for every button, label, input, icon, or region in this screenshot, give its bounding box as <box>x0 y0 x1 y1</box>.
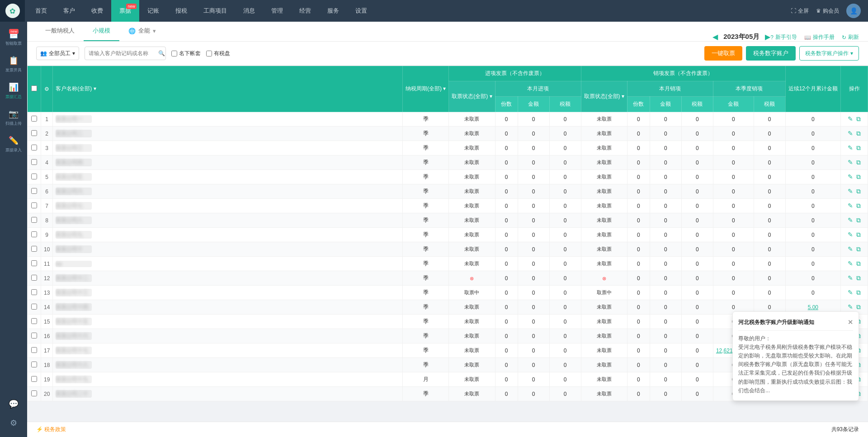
user-avatar[interactable]: 👤 <box>846 4 861 18</box>
out-status-cell: ⊗ <box>581 271 627 286</box>
edit-button[interactable]: ✎ <box>848 303 853 310</box>
sidebar-item-smart-ticket[interactable]: 📄 new 智能取票 <box>1 25 26 50</box>
row-checkbox[interactable] <box>31 202 37 208</box>
prev-month-button[interactable]: ◀ <box>712 33 718 41</box>
manual-button[interactable]: 📖 操作手册 <box>804 33 835 41</box>
copy-button[interactable]: ⧉ <box>856 303 861 310</box>
copy-button[interactable]: ⧉ <box>856 144 861 151</box>
row-checkbox[interactable] <box>31 318 37 324</box>
copy-button[interactable]: ⧉ <box>856 130 861 137</box>
tab-all-around[interactable]: 🌐 全能 ▾ <box>119 22 165 41</box>
row-checkbox[interactable] <box>31 217 37 223</box>
out-tax-cell: 0 <box>681 199 713 213</box>
nav-client[interactable]: 客户 <box>55 0 83 22</box>
row-checkbox[interactable] <box>31 275 37 281</box>
row-checkbox[interactable] <box>31 347 37 353</box>
copy-button[interactable]: ⧉ <box>856 216 861 224</box>
copy-button[interactable]: ⧉ <box>856 173 861 180</box>
row-checkbox[interactable] <box>31 333 37 338</box>
row-checkbox[interactable] <box>31 231 37 237</box>
quarter-tax-cell: 0 <box>754 242 785 257</box>
nav-settings[interactable]: 设置 <box>347 0 375 22</box>
nav-accounting[interactable]: 记账 <box>139 0 167 22</box>
quarter-tax-cell: 0 <box>754 184 785 199</box>
row-checkbox[interactable] <box>31 159 37 165</box>
copy-button[interactable]: ⧉ <box>856 202 861 209</box>
edit-button[interactable]: ✎ <box>848 260 853 267</box>
one-key-ticket-button[interactable]: 一键取票 <box>704 46 742 61</box>
edit-button[interactable]: ✎ <box>848 274 853 282</box>
search-input[interactable] <box>89 50 156 56</box>
edit-button[interactable]: ✎ <box>848 289 853 296</box>
tab-general-taxpayer[interactable]: 一般纳税人 <box>36 22 84 41</box>
sidebar-item-scan-upload[interactable]: 📷 扫描上传 <box>1 105 26 130</box>
sidebar-item-config[interactable]: ⚙ <box>1 414 26 432</box>
employee-select[interactable]: 👥 全部员工 ▾ <box>36 47 79 60</box>
copy-button[interactable]: ⧉ <box>856 274 861 282</box>
row-checkbox[interactable] <box>31 188 37 194</box>
nav-tax[interactable]: 报税 <box>167 0 195 22</box>
tab-small-scale[interactable]: 小规模 <box>84 22 119 41</box>
edit-button[interactable]: ✎ <box>848 188 853 195</box>
edit-button[interactable]: ✎ <box>848 159 853 166</box>
row-checkbox[interactable] <box>31 289 37 295</box>
row-checkbox[interactable] <box>31 304 37 310</box>
copy-button[interactable]: ⧉ <box>856 231 861 238</box>
account-checkbox-wrapper[interactable]: 名下帐套 <box>171 50 201 57</box>
tax-digital-account-op-button[interactable]: 税务数字账户操作 ▾ <box>799 46 859 61</box>
row-checkbox[interactable] <box>31 145 37 150</box>
nav-manage[interactable]: 管理 <box>263 0 291 22</box>
sidebar-item-ticket-summary[interactable]: 📊 票据汇总 <box>1 79 26 103</box>
row-checkbox[interactable] <box>31 260 37 266</box>
refresh-button[interactable]: ↻ 刷新 <box>842 33 859 41</box>
copy-button[interactable]: ⧉ <box>856 260 861 267</box>
tax-disk-checkbox-wrapper[interactable]: 有税盘 <box>206 50 230 57</box>
filter-bar: 👥 全部员工 ▾ 🔍 名下帐套 有税盘 一键取票 税务数字账户 <box>27 42 868 66</box>
sidebar-item-messages[interactable]: 💬 <box>1 395 26 413</box>
in-count-cell: 0 <box>495 127 518 141</box>
row-checkbox-cell <box>28 257 41 271</box>
nav-service[interactable]: 服务 <box>319 0 347 22</box>
in-tax-cell: 0 <box>549 155 581 170</box>
select-all-checkbox[interactable] <box>31 85 37 91</box>
edit-button[interactable]: ✎ <box>848 216 853 224</box>
nav-home[interactable]: 首页 <box>27 0 55 22</box>
tax-policy-link[interactable]: ⚡ 税务政策 <box>36 426 66 433</box>
nav-fee[interactable]: 收费 <box>83 0 111 22</box>
new-guide-button[interactable]: ? 新手引导 <box>770 33 797 41</box>
fullscreen-button[interactable]: ⛶ 全屏 <box>791 7 809 15</box>
edit-button[interactable]: ✎ <box>848 231 853 238</box>
tax-digital-account-button[interactable]: 税务数字账户 <box>746 46 796 61</box>
action-cell: ✎ ⧉ <box>841 127 868 141</box>
row-checkbox[interactable] <box>31 130 37 136</box>
row-checkbox[interactable] <box>31 116 37 122</box>
sidebar-item-invoice-open[interactable]: 📋 发票开具 <box>1 52 26 77</box>
next-month-button[interactable]: ▶ <box>765 33 770 41</box>
member-button[interactable]: ♛ 购会员 <box>816 7 839 15</box>
edit-button[interactable]: ✎ <box>848 202 853 209</box>
edit-button[interactable]: ✎ <box>848 115 853 122</box>
nav-ticket[interactable]: 票据 new <box>111 0 139 22</box>
row-checkbox[interactable] <box>31 362 37 367</box>
row-checkbox[interactable] <box>31 390 37 396</box>
edit-button[interactable]: ✎ <box>848 245 853 253</box>
nav-message[interactable]: 消息 <box>235 0 263 22</box>
search-icon[interactable]: 🔍 <box>158 50 165 56</box>
copy-button[interactable]: ⧉ <box>856 245 861 253</box>
nav-business[interactable]: 工商项目 <box>195 0 235 22</box>
tax-disk-checkbox[interactable] <box>206 51 212 56</box>
row-checkbox[interactable] <box>31 246 37 252</box>
edit-button[interactable]: ✎ <box>848 173 853 180</box>
edit-button[interactable]: ✎ <box>848 144 853 151</box>
notification-close-button[interactable]: ✕ <box>848 317 853 327</box>
edit-button[interactable]: ✎ <box>848 130 853 137</box>
row-checkbox[interactable] <box>31 376 37 382</box>
copy-button[interactable]: ⧉ <box>856 188 861 195</box>
nav-operation[interactable]: 经营 <box>291 0 319 22</box>
copy-button[interactable]: ⧉ <box>856 159 861 166</box>
account-checkbox[interactable] <box>171 51 177 56</box>
row-checkbox[interactable] <box>31 174 37 179</box>
copy-button[interactable]: ⧉ <box>856 289 861 296</box>
copy-button[interactable]: ⧉ <box>856 115 861 122</box>
sidebar-item-ticket-entry[interactable]: ✏️ 票据录入 <box>1 132 26 157</box>
